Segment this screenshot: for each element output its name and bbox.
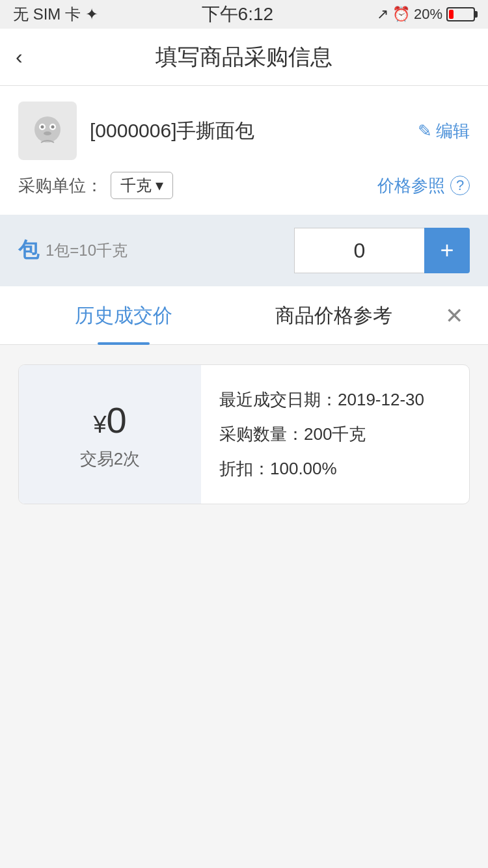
status-left: 无 SIM 卡 ✦: [13, 4, 98, 25]
svg-point-5: [44, 131, 51, 135]
yen-symbol: ¥: [93, 411, 106, 438]
main-content: ¥0 交易2次 最近成交日期：2019-12-30 采购数量：200千克 折扣：…: [0, 345, 488, 735]
discount-value: 100.00%: [270, 459, 337, 478]
svg-point-0: [34, 116, 61, 142]
sim-status: 无 SIM 卡 ✦: [13, 4, 98, 25]
recent-date-value: 2019-12-30: [338, 390, 424, 409]
alarm-icon: ⏰: [392, 6, 410, 23]
product-bottom: 采购单位： 千克 ▾ 价格参照 ?: [18, 172, 470, 199]
location-icon: ↗: [377, 6, 388, 23]
discount-label: 折扣：: [219, 459, 270, 478]
page-title: 填写商品采购信息: [156, 42, 332, 72]
discount-row: 折扣：100.00%: [219, 457, 451, 480]
purchase-qty-value: 200千克: [304, 424, 366, 444]
product-name: [0000006]手撕面包: [90, 118, 254, 144]
trade-count: 交易2次: [80, 448, 140, 470]
history-section: ¥0 交易2次 最近成交日期：2019-12-30 采购数量：200千克 折扣：…: [0, 345, 488, 524]
back-button[interactable]: ‹: [16, 45, 23, 69]
package-icon: 包: [18, 236, 39, 265]
recent-date-row: 最近成交日期：2019-12-30: [219, 388, 451, 411]
purchase-qty-label: 采购数量：: [219, 424, 304, 444]
product-thumbnail: [18, 102, 77, 160]
purchase-unit-label: 采购单位：: [18, 174, 103, 197]
product-top: [0000006]手撕面包 ✎ 编辑: [18, 102, 470, 160]
quantity-plus-button[interactable]: +: [424, 228, 470, 273]
svg-point-3: [41, 126, 44, 129]
unit-equivalence: 1包=10千克: [46, 240, 128, 261]
battery-percent: 20%: [414, 6, 442, 23]
chevron-down-icon: ▾: [156, 176, 163, 195]
product-left: [0000006]手撕面包: [18, 102, 254, 160]
quantity-input-group: +: [294, 228, 470, 273]
edit-label: 编辑: [436, 120, 470, 142]
history-price-value: ¥0: [93, 399, 126, 441]
product-card: [0000006]手撕面包 ✎ 编辑 采购单位： 千克 ▾ 价格参照 ?: [0, 86, 488, 215]
tab-history-price[interactable]: 历史成交价: [18, 286, 228, 345]
tab-history-label: 历史成交价: [75, 305, 172, 326]
battery-icon: [446, 7, 475, 21]
header: ‹ 填写商品采购信息: [0, 29, 488, 86]
price-ref-label: 价格参照: [377, 174, 445, 197]
purchase-unit: 采购单位： 千克 ▾: [18, 172, 173, 199]
history-price-summary: ¥0 交易2次: [19, 365, 201, 504]
unit-value: 千克: [120, 175, 152, 196]
history-details: 最近成交日期：2019-12-30 采购数量：200千克 折扣：100.00%: [201, 365, 469, 504]
status-time: 下午6:12: [202, 2, 274, 27]
price-number: 0: [106, 400, 126, 441]
close-button[interactable]: ✕: [439, 286, 470, 345]
history-card: ¥0 交易2次 最近成交日期：2019-12-30 采购数量：200千克 折扣：…: [18, 364, 470, 504]
price-reference-button[interactable]: 价格参照 ?: [377, 174, 470, 197]
tab-product-ref-label: 商品价格参考: [275, 305, 392, 326]
quantity-input[interactable]: [294, 228, 424, 273]
status-right: ↗ ⏰ 20%: [377, 6, 475, 23]
status-bar: 无 SIM 卡 ✦ 下午6:12 ↗ ⏰ 20%: [0, 0, 488, 29]
tabs-area: 历史成交价 商品价格参考 ✕: [0, 286, 488, 345]
quantity-label: 包 1包=10千克: [18, 236, 128, 265]
edit-icon: ✎: [418, 121, 432, 141]
tab-product-price-ref[interactable]: 商品价格参考: [228, 286, 439, 345]
recent-date-label: 最近成交日期：: [219, 390, 338, 409]
quantity-bar: 包 1包=10千克 +: [0, 215, 488, 286]
purchase-qty-row: 采购数量：200千克: [219, 423, 451, 446]
help-icon: ?: [450, 176, 470, 195]
svg-point-4: [51, 126, 55, 129]
edit-button[interactable]: ✎ 编辑: [418, 120, 470, 142]
unit-dropdown[interactable]: 千克 ▾: [111, 172, 173, 199]
